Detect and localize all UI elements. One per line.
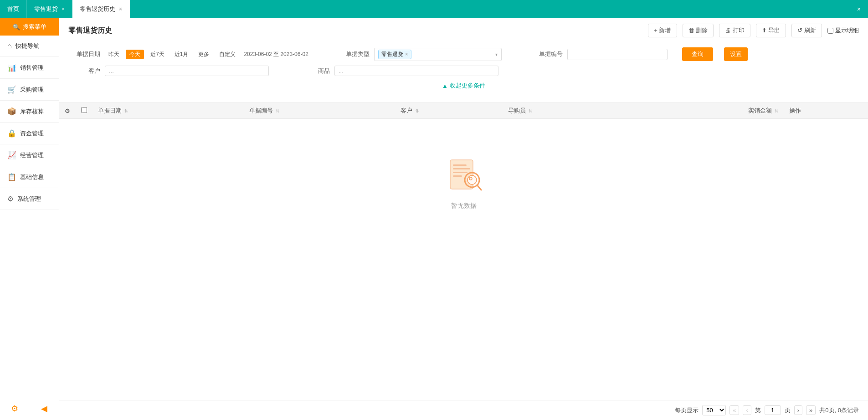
- page-size-select[interactable]: 50 20 100: [702, 405, 726, 415]
- date-btn-1month[interactable]: 近1月: [171, 50, 192, 59]
- operations-icon: 📈: [7, 151, 16, 159]
- last-page-button[interactable]: »: [806, 405, 816, 415]
- svg-rect-0: [450, 160, 473, 189]
- tab-retail-return-history[interactable]: 零售退货历史 ×: [72, 0, 130, 18]
- next-page-button[interactable]: ›: [794, 405, 802, 415]
- sort-customer-icon: ⇅: [415, 108, 419, 113]
- system-icon: ⚙: [7, 195, 14, 203]
- show-detail-checkbox[interactable]: [827, 28, 833, 34]
- sidebar-item-quick-nav[interactable]: ⌂ 快捷导航: [0, 36, 59, 57]
- date-btn-7days[interactable]: 近7天: [147, 50, 168, 59]
- query-button[interactable]: 查询: [682, 47, 713, 61]
- total-info: 共0页, 0条记录: [819, 406, 859, 415]
- show-detail-label[interactable]: 显示明细: [827, 26, 859, 35]
- tab-home[interactable]: 首页: [0, 0, 27, 18]
- col-customer[interactable]: 客户 ⇅: [395, 103, 503, 119]
- pagination-bar: 每页显示 50 20 100 « ‹ 第 页 › » 共0页, 0条记录: [59, 400, 868, 420]
- type-filter-tag: 零售退货 ×: [378, 50, 411, 59]
- collapse-filter-button[interactable]: ▲ 收起更多条件: [435, 80, 493, 92]
- tab-retail-return[interactable]: 零售退货 ×: [27, 0, 72, 18]
- date-filter-label: 单据日期: [68, 50, 105, 58]
- goods-filter-label: 商品: [298, 67, 334, 75]
- sidebar-bottom: ⚙ ◀: [0, 397, 59, 420]
- sidebar-item-inventory[interactable]: 📦 库存核算: [0, 101, 59, 123]
- sidebar-item-basic-info[interactable]: 📋 基础信息: [0, 166, 59, 188]
- gear-icon: ⚙: [11, 404, 18, 414]
- inventory-icon: 📦: [7, 107, 16, 116]
- page-title: 零售退货历史: [68, 26, 112, 36]
- content: 零售退货历史 + 新增 🗑 删除 🖨 打印 ⬆ 导出 ↺ 刷新 显示明细: [59, 18, 868, 420]
- sidebar-item-purchase-mgmt[interactable]: 🛒 采购管理: [0, 79, 59, 101]
- refresh-button[interactable]: ↺ 刷新: [791, 24, 822, 37]
- close-tab-history[interactable]: ×: [119, 6, 122, 12]
- remove-type-tag[interactable]: ×: [405, 51, 408, 57]
- goods-filter-input[interactable]: ...: [334, 66, 498, 76]
- sort-date-icon: ⇅: [124, 108, 128, 113]
- page-label: 页: [785, 406, 791, 415]
- settings-button[interactable]: 设置: [724, 47, 748, 61]
- select-all-checkbox[interactable]: [81, 107, 87, 113]
- empty-state: 暂无数据: [59, 119, 868, 246]
- order-no-input[interactable]: [567, 49, 668, 60]
- svg-rect-1: [453, 164, 467, 166]
- print-button[interactable]: 🖨 打印: [719, 24, 750, 37]
- sidebar-gear-button[interactable]: ⚙: [0, 401, 30, 416]
- col-order-no[interactable]: 单据编号 ⇅: [244, 103, 395, 119]
- home-icon: ⌂: [7, 42, 12, 50]
- date-btn-yesterday[interactable]: 昨天: [105, 50, 123, 59]
- col-checkbox[interactable]: [76, 103, 92, 119]
- type-select-arrow: ▾: [495, 52, 498, 57]
- empty-text: 暂无数据: [451, 202, 477, 210]
- collapse-arrow-icon: ▲: [442, 82, 448, 89]
- toolbar: + 新增 🗑 删除 🖨 打印 ⬆ 导出 ↺ 刷新 显示明细: [648, 24, 859, 37]
- table-body: 暂无数据: [59, 119, 868, 247]
- sort-amount-icon: ⇅: [775, 108, 778, 113]
- prev-page-button[interactable]: ‹: [743, 405, 751, 415]
- tab-bar: 首页 零售退货 × 零售退货历史 × ×: [0, 0, 868, 18]
- sidebar-item-operations[interactable]: 📈 经营管理: [0, 144, 59, 166]
- sidebar-item-finance[interactable]: 🔒 资金管理: [0, 123, 59, 144]
- customer-filter-input[interactable]: ...: [105, 66, 269, 76]
- col-amount[interactable]: 实销金额 ⇅: [632, 103, 783, 119]
- type-filter-select[interactable]: 零售退货 × ▾: [374, 48, 502, 61]
- export-button[interactable]: ⬆ 导出: [756, 24, 786, 37]
- col-guide[interactable]: 导购员 ⇅: [503, 103, 632, 119]
- delete-button[interactable]: 🗑 删除: [683, 24, 714, 37]
- sidebar-search[interactable]: 🔍 搜索菜单: [0, 18, 59, 36]
- col-action: 操作: [784, 103, 868, 119]
- sidebar-collapse-button[interactable]: ◀: [30, 401, 59, 416]
- tab-bar-close[interactable]: ×: [857, 5, 868, 13]
- order-no-filter-label: 单据编号: [531, 50, 567, 58]
- date-btn-more[interactable]: 更多: [195, 50, 213, 59]
- page-title-bar: 零售退货历史 + 新增 🗑 删除 🖨 打印 ⬆ 导出 ↺ 刷新 显示明细: [68, 24, 859, 37]
- sidebar-item-system[interactable]: ⚙ 系统管理: [0, 188, 59, 210]
- sidebar: 🔍 搜索菜单 ⌂ 快捷导航 📊 销售管理 🛒 采购管理 📦 库: [0, 18, 59, 420]
- col-date[interactable]: 单据日期 ⇅: [92, 103, 244, 119]
- sidebar-item-sales-mgmt[interactable]: 📊 销售管理: [0, 57, 59, 79]
- date-btn-custom[interactable]: 自定义: [216, 50, 239, 59]
- sort-orderno-icon: ⇅: [276, 108, 279, 113]
- search-icon: 🔍: [13, 24, 20, 31]
- add-button[interactable]: + 新增: [648, 24, 677, 37]
- first-page-button[interactable]: «: [729, 405, 739, 415]
- customer-filter-label: 客户: [68, 67, 105, 75]
- svg-line-7: [477, 185, 481, 190]
- sidebar-menu: ⌂ 快捷导航 📊 销售管理 🛒 采购管理 📦 库存核算 🔒 资金管理: [0, 36, 59, 397]
- svg-rect-2: [453, 168, 470, 169]
- date-btn-today[interactable]: 今天: [126, 50, 144, 59]
- settings-icon[interactable]: ⚙: [65, 108, 70, 114]
- page-input[interactable]: [765, 405, 781, 415]
- svg-rect-3: [453, 172, 467, 173]
- sales-icon: 📊: [7, 63, 16, 72]
- type-filter-label: 单据类型: [338, 50, 374, 58]
- data-table: ⚙ 单据日期 ⇅ 单据编号 ⇅: [59, 103, 868, 246]
- col-settings[interactable]: ⚙: [59, 103, 76, 119]
- page-size-label: 每页显示: [675, 406, 699, 415]
- close-tab-retail-return[interactable]: ×: [62, 6, 65, 12]
- purchase-icon: 🛒: [7, 85, 16, 94]
- goto-label: 第: [755, 406, 761, 415]
- basic-info-icon: 📋: [7, 173, 16, 181]
- table-wrap: ⚙ 单据日期 ⇅ 单据编号 ⇅: [59, 103, 868, 400]
- empty-icon: [441, 155, 487, 196]
- collapse-icon: ◀: [41, 404, 47, 414]
